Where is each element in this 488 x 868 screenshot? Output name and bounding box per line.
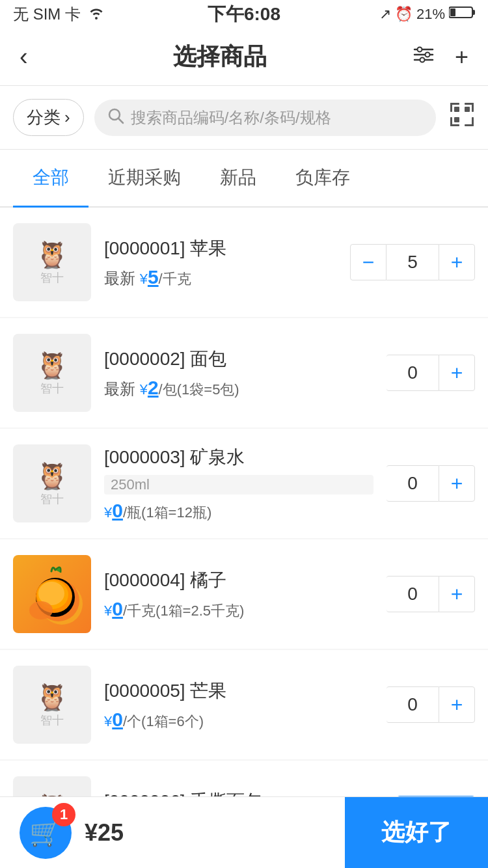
svg-rect-1 bbox=[472, 10, 475, 15]
location-icon: ↗ bbox=[379, 6, 391, 23]
bottom-bar: 🛒 1 ¥25 选好了 bbox=[0, 796, 488, 868]
svg-rect-20 bbox=[465, 107, 470, 112]
cart-icon-wrap[interactable]: 🛒 1 bbox=[20, 807, 72, 859]
wifi-icon bbox=[87, 5, 105, 23]
product-info-0000004: [0000004] 橘子 ¥0/千克(1箱=2.5千克) bbox=[104, 568, 373, 621]
tab-recent[interactable]: 近期采购 bbox=[88, 150, 200, 208]
search-icon bbox=[107, 107, 124, 128]
nav-bar: ‹ 选择商品 + bbox=[0, 29, 488, 86]
product-image-0000003: 🦉 智十 bbox=[13, 444, 91, 522]
product-info-0000002: [0000002] 面包 最新 ¥2/包(1袋=5包) bbox=[104, 347, 373, 400]
product-name-0000002: [0000002] 面包 bbox=[104, 347, 373, 372]
scan-icon[interactable] bbox=[449, 102, 475, 133]
product-list: 🦉 智十 [0000001] 苹果 最新 ¥5/千克 − + 🦉 智十 [000… bbox=[0, 208, 488, 868]
product-price-0000004: ¥0/千克(1箱=2.5千克) bbox=[104, 598, 373, 621]
product-price-0000003: ¥0/瓶(1箱=12瓶) bbox=[104, 500, 373, 522]
placeholder-icon: 🦉 bbox=[36, 350, 68, 381]
product-price-0000001: 最新 ¥5/千克 bbox=[104, 266, 337, 289]
placeholder-icon: 🦉 bbox=[36, 461, 68, 491]
product-item-0000003: 🦉 智十 [0000003] 矿泉水 250ml ¥0/瓶(1箱=12瓶) + bbox=[0, 429, 488, 538]
nav-right: + bbox=[412, 43, 468, 71]
product-item-0000005: 🦉 智十 [0000005] 芒果 ¥0/个(1箱=6个) + bbox=[0, 650, 488, 759]
battery-icon bbox=[449, 6, 475, 23]
product-info-0000003: [0000003] 矿泉水 250ml ¥0/瓶(1箱=12瓶) bbox=[104, 445, 373, 522]
battery-label: 21% bbox=[416, 6, 445, 23]
product-name-0000003: [0000003] 矿泉水 bbox=[104, 445, 373, 470]
filter-icon[interactable] bbox=[412, 43, 435, 71]
svg-rect-19 bbox=[454, 107, 459, 112]
status-left: 无 SIM 卡 bbox=[13, 4, 105, 25]
svg-rect-12 bbox=[450, 103, 452, 112]
search-placeholder: 搜索商品编码/名称/条码/规格 bbox=[131, 107, 331, 128]
product-image-0000002: 🦉 智十 bbox=[13, 334, 91, 412]
cart-section: 🛒 1 ¥25 bbox=[0, 807, 345, 859]
status-right: ↗ ⏰ 21% bbox=[379, 6, 475, 23]
product-spec-0000003: 250ml bbox=[104, 475, 373, 495]
product-item-0000001: 🦉 智十 [0000001] 苹果 最新 ¥5/千克 − + bbox=[0, 208, 488, 317]
tab-negative[interactable]: 负库存 bbox=[276, 150, 370, 208]
product-price-0000002: 最新 ¥2/包(1袋=5包) bbox=[104, 377, 373, 400]
confirm-button[interactable]: 选好了 bbox=[345, 797, 488, 869]
qty-plus-0000005[interactable]: + bbox=[439, 686, 475, 723]
cart-total: ¥25 bbox=[85, 819, 124, 847]
category-label: 分类 bbox=[27, 106, 61, 129]
product-name-0000004: [0000004] 橘子 bbox=[104, 568, 373, 593]
add-button[interactable]: + bbox=[455, 44, 468, 71]
qty-control-0000001: − + bbox=[350, 244, 475, 280]
product-info-0000001: [0000001] 苹果 最新 ¥5/千克 bbox=[104, 236, 337, 289]
qty-plus-0000003[interactable]: + bbox=[439, 465, 475, 502]
product-name-0000005: [0000005] 芒果 bbox=[104, 679, 373, 703]
category-button[interactable]: 分类 › bbox=[13, 99, 84, 136]
product-price-0000005: ¥0/个(1箱=6个) bbox=[104, 709, 373, 731]
product-info-0000005: [0000005] 芒果 ¥0/个(1箱=6个) bbox=[104, 679, 373, 731]
qty-control-0000003: + bbox=[386, 465, 475, 502]
product-name-0000001: [0000001] 苹果 bbox=[104, 236, 337, 261]
tab-all[interactable]: 全部 bbox=[13, 150, 88, 208]
product-image-0000001: 🦉 智十 bbox=[13, 223, 91, 301]
nav-left: ‹ bbox=[20, 43, 28, 71]
product-item-0000004: [0000004] 橘子 ¥0/千克(1箱=2.5千克) + bbox=[0, 539, 488, 649]
tab-new[interactable]: 新品 bbox=[200, 150, 276, 208]
carrier-label: 无 SIM 卡 bbox=[13, 4, 81, 25]
svg-point-6 bbox=[417, 47, 422, 52]
svg-rect-14 bbox=[472, 103, 474, 112]
qty-minus-0000001[interactable]: − bbox=[350, 244, 386, 280]
orange-svg bbox=[16, 558, 88, 630]
svg-line-10 bbox=[118, 118, 123, 123]
product-item-0000002: 🦉 智十 [0000002] 面包 最新 ¥2/包(1袋=5包) + bbox=[0, 318, 488, 427]
qty-control-0000005: + bbox=[386, 686, 475, 723]
search-box[interactable]: 搜索商品编码/名称/条码/规格 bbox=[94, 100, 436, 136]
filter-bar: 分类 › 搜索商品编码/名称/条码/规格 bbox=[0, 86, 488, 150]
tab-row: 全部 近期采购 新品 负库存 bbox=[0, 150, 488, 208]
alarm-icon: ⏰ bbox=[395, 6, 413, 23]
category-chevron: › bbox=[64, 107, 70, 128]
status-bar: 无 SIM 卡 下午6:08 ↗ ⏰ 21% bbox=[0, 0, 488, 29]
nav-title: 选择商品 bbox=[173, 41, 267, 73]
qty-input-0000004[interactable] bbox=[386, 576, 439, 612]
svg-rect-2 bbox=[450, 8, 455, 16]
qty-input-0000002[interactable] bbox=[386, 355, 439, 391]
product-image-0000005: 🦉 智十 bbox=[13, 666, 91, 744]
svg-rect-16 bbox=[450, 117, 452, 126]
qty-input-0000003[interactable] bbox=[386, 465, 439, 502]
qty-control-0000004: + bbox=[386, 576, 475, 612]
placeholder-icon: 🦉 bbox=[36, 239, 68, 270]
status-time: 下午6:08 bbox=[208, 2, 280, 27]
svg-point-28 bbox=[29, 601, 53, 619]
svg-point-8 bbox=[420, 58, 424, 62]
product-image-0000004 bbox=[13, 555, 91, 633]
svg-rect-21 bbox=[454, 117, 459, 122]
svg-rect-18 bbox=[472, 117, 474, 126]
back-button[interactable]: ‹ bbox=[20, 43, 28, 71]
svg-point-7 bbox=[425, 53, 429, 57]
qty-input-0000005[interactable] bbox=[386, 686, 439, 723]
qty-plus-0000001[interactable]: + bbox=[439, 244, 475, 280]
cart-badge: 1 bbox=[52, 803, 75, 826]
placeholder-icon: 🦉 bbox=[36, 682, 68, 712]
qty-input-0000001[interactable] bbox=[386, 244, 439, 280]
qty-control-0000002: + bbox=[386, 355, 475, 391]
qty-plus-0000002[interactable]: + bbox=[439, 355, 475, 391]
qty-plus-0000004[interactable]: + bbox=[439, 576, 475, 612]
